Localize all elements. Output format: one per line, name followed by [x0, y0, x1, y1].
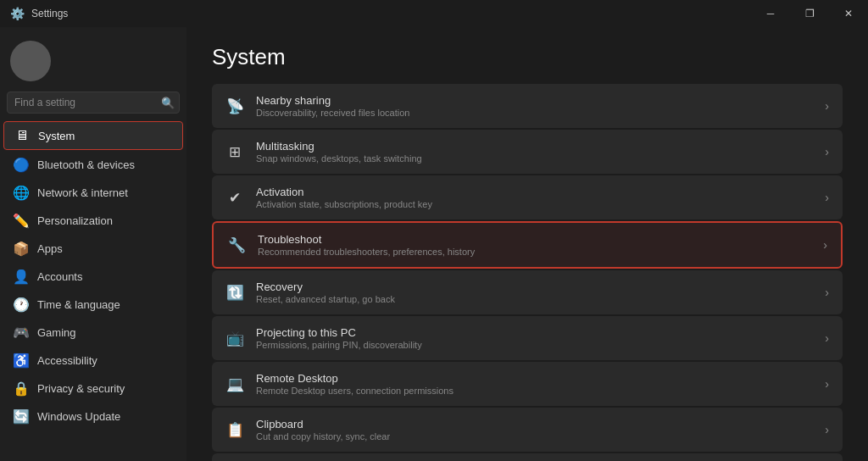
- chevron-right-icon: ›: [825, 145, 829, 158]
- sidebar-item-label: Privacy & security: [37, 382, 125, 395]
- recovery-icon: 🔃: [225, 283, 244, 302]
- settings-item-title: Clipboard: [256, 418, 390, 430]
- search-icon: 🔍: [161, 97, 175, 109]
- settings-item-text: Multitasking Snap windows, desktops, tas…: [256, 140, 422, 164]
- search-box: 🔍: [7, 92, 180, 114]
- settings-item-text: Projecting to this PC Permissions, pairi…: [256, 326, 422, 350]
- personalization-icon: ✏️: [14, 213, 29, 228]
- system-icon: 🖥: [14, 128, 30, 143]
- chevron-right-icon: ›: [825, 377, 829, 391]
- restore-button[interactable]: ❐: [790, 0, 829, 27]
- settings-item-nearby-sharing[interactable]: 📡 Nearby sharing Discoverability, receiv…: [212, 84, 843, 128]
- settings-item-title: Troubleshoot: [258, 233, 475, 246]
- sidebar-item-label: Windows Update: [37, 410, 120, 423]
- sidebar-item-time[interactable]: 🕐 Time & language: [3, 291, 183, 318]
- settings-item-text: Troubleshoot Recommended troubleshooters…: [258, 233, 475, 257]
- update-icon: 🔄: [14, 408, 29, 424]
- settings-item-multitasking[interactable]: ⊞ Multitasking Snap windows, desktops, t…: [212, 130, 843, 174]
- settings-item-left: 💻 Remote Desktop Remote Desktop users, c…: [225, 372, 453, 396]
- sidebar-item-label: Network & internet: [37, 186, 128, 199]
- sidebar-item-label: Gaming: [37, 326, 76, 339]
- settings-item-troubleshoot[interactable]: 🔧 Troubleshoot Recommended troubleshoote…: [212, 221, 843, 269]
- settings-item-text: Nearby sharing Discoverability, received…: [256, 94, 409, 118]
- titlebar-controls: ─ ❐ ✕: [751, 0, 868, 27]
- settings-item-subtitle: Discoverability, received files location: [256, 108, 409, 118]
- search-input[interactable]: [7, 92, 180, 114]
- clipboard-icon: 📋: [225, 420, 244, 439]
- titlebar-title: Settings: [31, 8, 68, 19]
- sidebar-item-bluetooth[interactable]: 🔵 Bluetooth & devices: [3, 151, 183, 178]
- chevron-right-icon: ›: [823, 238, 827, 252]
- settings-item-remote-desktop[interactable]: 💻 Remote Desktop Remote Desktop users, c…: [212, 362, 843, 406]
- settings-item-subtitle: Reset, advanced startup, go back: [256, 294, 395, 304]
- sidebar-item-accounts[interactable]: 👤 Accounts: [3, 263, 183, 290]
- time-icon: 🕐: [14, 297, 29, 312]
- page-title: System: [212, 44, 843, 70]
- close-button[interactable]: ✕: [829, 0, 868, 27]
- app-container: 🔍 🖥 System 🔵 Bluetooth & devices 🌐 Netwo…: [0, 27, 868, 461]
- sidebar-item-label: Bluetooth & devices: [37, 158, 135, 171]
- accessibility-icon: ♿: [14, 353, 29, 368]
- gaming-icon: 🎮: [14, 325, 29, 340]
- remote-desktop-icon: 💻: [225, 375, 244, 393]
- settings-item-left: 🔧 Troubleshoot Recommended troubleshoote…: [227, 233, 475, 257]
- sidebar-item-gaming[interactable]: 🎮 Gaming: [3, 319, 183, 346]
- privacy-icon: 🔒: [14, 380, 29, 396]
- sidebar: 🔍 🖥 System 🔵 Bluetooth & devices 🌐 Netwo…: [0, 27, 186, 461]
- settings-item-title: Nearby sharing: [256, 94, 409, 107]
- settings-item-title: Projecting to this PC: [256, 326, 422, 339]
- chevron-right-icon: ›: [825, 286, 829, 299]
- sidebar-item-label: Apps: [37, 242, 63, 255]
- minimize-button[interactable]: ─: [751, 0, 790, 27]
- titlebar-left: ⚙️ Settings: [10, 7, 68, 20]
- settings-item-subtitle: Activation state, subscriptions, product…: [256, 199, 432, 209]
- sidebar-item-label: Time & language: [37, 298, 120, 311]
- sidebar-item-label: Accessibility: [37, 354, 97, 367]
- settings-item-recovery[interactable]: 🔃 Recovery Reset, advanced startup, go b…: [212, 270, 843, 314]
- sidebar-item-privacy[interactable]: 🔒 Privacy & security: [3, 375, 183, 402]
- settings-item-left: ⊞ Multitasking Snap windows, desktops, t…: [225, 140, 422, 164]
- settings-item-subtitle: Remote Desktop users, connection permiss…: [256, 386, 453, 396]
- activation-icon: ✔: [225, 188, 244, 207]
- settings-item-title: Activation: [256, 186, 432, 198]
- settings-item-text: Remote Desktop Remote Desktop users, con…: [256, 372, 453, 396]
- settings-item-projecting[interactable]: 📺 Projecting to this PC Permissions, pai…: [212, 316, 843, 360]
- troubleshoot-icon: 🔧: [227, 236, 246, 254]
- nearby-sharing-icon: 📡: [225, 97, 244, 115]
- sidebar-items: 🖥 System 🔵 Bluetooth & devices 🌐 Network…: [0, 120, 186, 430]
- titlebar-app-icon: ⚙️: [10, 7, 25, 20]
- sidebar-item-system[interactable]: 🖥 System: [3, 121, 183, 150]
- settings-item-activation[interactable]: ✔ Activation Activation state, subscript…: [212, 175, 843, 219]
- sidebar-item-personalization[interactable]: ✏️ Personalization: [3, 207, 183, 234]
- sidebar-item-update[interactable]: 🔄 Windows Update: [3, 403, 183, 430]
- sidebar-item-apps[interactable]: 📦 Apps: [3, 235, 183, 262]
- settings-item-about[interactable]: ℹ About Device specifications, rename PC…: [212, 453, 843, 461]
- sidebar-item-network[interactable]: 🌐 Network & internet: [3, 179, 183, 206]
- chevron-right-icon: ›: [825, 331, 829, 345]
- settings-item-left: 📡 Nearby sharing Discoverability, receiv…: [225, 94, 409, 118]
- chevron-right-icon: ›: [825, 423, 829, 436]
- bluetooth-icon: 🔵: [14, 157, 29, 172]
- sidebar-item-label: System: [38, 130, 75, 142]
- multitasking-icon: ⊞: [225, 142, 244, 161]
- settings-item-subtitle: Cut and copy history, sync, clear: [256, 431, 390, 442]
- accounts-icon: 👤: [14, 269, 29, 284]
- settings-list: 📡 Nearby sharing Discoverability, receiv…: [212, 84, 843, 461]
- settings-item-subtitle: Permissions, pairing PIN, discoverabilit…: [256, 340, 422, 350]
- sidebar-item-accessibility[interactable]: ♿ Accessibility: [3, 347, 183, 374]
- settings-item-left: ✔ Activation Activation state, subscript…: [225, 186, 432, 209]
- sidebar-item-label: Personalization: [37, 214, 113, 227]
- projecting-icon: 📺: [225, 329, 244, 347]
- sidebar-item-label: Accounts: [37, 270, 82, 283]
- apps-icon: 📦: [14, 241, 29, 256]
- settings-item-text: Clipboard Cut and copy history, sync, cl…: [256, 418, 390, 442]
- settings-item-clipboard[interactable]: 📋 Clipboard Cut and copy history, sync, …: [212, 408, 843, 452]
- network-icon: 🌐: [14, 185, 29, 200]
- settings-item-subtitle: Snap windows, desktops, task switching: [256, 153, 422, 164]
- titlebar: ⚙️ Settings ─ ❐ ✕: [0, 0, 868, 27]
- settings-item-left: 🔃 Recovery Reset, advanced startup, go b…: [225, 280, 395, 304]
- avatar: [10, 41, 51, 81]
- settings-item-text: Activation Activation state, subscriptio…: [256, 186, 432, 209]
- chevron-right-icon: ›: [825, 191, 829, 204]
- settings-item-left: 📋 Clipboard Cut and copy history, sync, …: [225, 418, 390, 442]
